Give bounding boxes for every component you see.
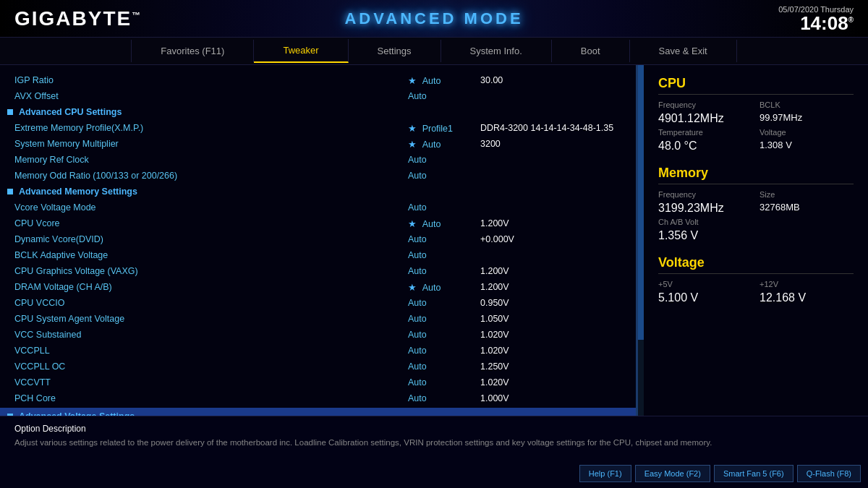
cpu-temp-label: Temperature [658,128,752,137]
table-row[interactable]: CPU Vcore★ Auto1.200V [0,215,636,231]
setting-value: Auto [408,266,480,276]
setting-value2: 1.200V [480,218,625,228]
table-row[interactable]: IGP Ratio★ Auto30.00 [0,72,636,88]
bottom-panel: Option Description Adjust various settin… [0,416,868,488]
table-row[interactable]: Dynamic Vcore(DVID)Auto+0.000V [0,231,636,247]
setting-value: Auto [408,298,480,308]
setting-label: CPU Vcore [14,218,408,228]
table-row[interactable]: Memory Odd Ratio (100/133 or 200/266)Aut… [0,168,636,184]
easy-mode-button[interactable]: Easy Mode (F2) [635,465,710,482]
tab-save-exit[interactable]: Save & Exit [630,40,737,62]
nav-tabs: Favorites (F11) Tweaker Settings System … [0,38,868,65]
table-row[interactable]: VCCPLLAuto1.020V [0,343,636,359]
v12-value: 12.168 V [760,291,854,304]
desc-text: Adjust various settings related to the p… [14,437,854,449]
smart-fan-button[interactable]: Smart Fan 5 (F6) [714,465,793,482]
tab-favorites[interactable]: Favorites (F11) [131,40,254,62]
voltage-info-section: Voltage +5V +12V 5.100 V 12.168 V [658,255,854,304]
scrollbar[interactable] [638,65,644,416]
setting-value: ★ Auto [408,139,480,150]
bottom-buttons: Help (F1) Easy Mode (F2) Smart Fan 5 (F6… [579,465,861,482]
scroll-thumb[interactable] [638,65,644,340]
right-panel: CPU Frequency BCLK 4901.12MHz 99.97MHz T… [644,65,868,416]
table-row[interactable]: System Memory Multiplier★ Auto3200 [0,136,636,152]
table-row[interactable]: Vcore Voltage ModeAuto [0,200,636,215]
setting-label: VCCPLL [14,346,408,356]
cpu-grid: Frequency BCLK 4901.12MHz 99.97MHz Tempe… [658,100,854,153]
setting-label: CPU Graphics Voltage (VAXG) [14,266,408,276]
setting-label: Memory Ref Clock [14,155,408,165]
setting-label: System Memory Multiplier [14,139,408,149]
time-display: 14:08® [778,14,854,33]
main-content: IGP Ratio★ Auto30.00AVX OffsetAutoAdvanc… [0,65,868,416]
cpu-volt-value: 1.308 V [760,140,854,153]
table-row[interactable]: DRAM Voltage (CH A/B)★ Auto1.200V [0,279,636,295]
star-icon: ★ [408,139,420,150]
tab-tweaker[interactable]: Tweaker [254,39,348,63]
qflash-button[interactable]: Q-Flash (F8) [797,465,861,482]
memory-info-section: Memory Frequency Size 3199.23MHz 32768MB… [658,166,854,242]
mem-size-label: Size [760,190,854,199]
star-icon: ★ [408,282,420,293]
table-row[interactable]: CPU Graphics Voltage (VAXG)Auto1.200V [0,263,636,279]
setting-value2: 1.050V [480,314,625,324]
table-row[interactable]: VCCVTTAuto1.020V [0,374,636,390]
setting-label: VCC Substained [14,330,408,340]
setting-value: Auto [408,393,480,403]
section-marker-icon [7,189,13,194]
voltage-grid: +5V +12V 5.100 V 12.168 V [658,280,854,304]
setting-label: CPU VCCIO [14,298,408,308]
table-row[interactable]: PCH CoreAuto1.000V [0,390,636,406]
mem-freq-label: Frequency [658,190,752,199]
setting-value: Auto [408,361,480,372]
table-row[interactable]: AVX OffsetAuto [0,88,636,104]
settings-panel: IGP Ratio★ Auto30.00AVX OffsetAutoAdvanc… [0,65,638,416]
setting-value: Auto [408,314,480,324]
mem-chvolt-label: Ch A/B Volt [658,218,752,226]
setting-value2: 1.020V [480,346,625,356]
section-advanced-cpu[interactable]: Advanced CPU Settings [0,104,636,120]
page-title: ADVANCED MODE [344,9,523,28]
section-label: Advanced Memory Settings [19,187,137,197]
table-row[interactable]: CPU System Agent VoltageAuto1.050V [0,311,636,327]
section-advanced-mem[interactable]: Advanced Memory Settings [0,184,636,200]
mem-size-value: 32768MB [760,202,854,215]
table-row[interactable]: VCCPLL OCAuto1.250V [0,359,636,374]
voltage-title: Voltage [658,255,854,274]
setting-value2: 1.020V [480,330,625,340]
setting-label: VCCVTT [14,377,408,388]
tab-boot[interactable]: Boot [552,40,630,62]
setting-value2: DDR4-3200 14-14-14-34-48-1.35 [480,123,625,133]
cpu-bclk-label: BCLK [760,100,854,109]
header: GIGABYTE™ ADVANCED MODE 05/07/2020 Thurs… [0,0,868,38]
table-row[interactable]: Extreme Memory Profile(X.M.P.)★ Profile1… [0,120,636,136]
setting-label: Dynamic Vcore(DVID) [14,234,408,244]
memory-grid: Frequency Size 3199.23MHz 32768MB Ch A/B… [658,190,854,242]
help-button[interactable]: Help (F1) [579,465,631,482]
cpu-info-section: CPU Frequency BCLK 4901.12MHz 99.97MHz T… [658,76,854,153]
setting-value2: 1.200V [480,266,625,276]
v5-value: 5.100 V [658,291,752,304]
setting-value: ★ Auto [408,75,480,86]
setting-label: VCCPLL OC [14,361,408,372]
setting-label: AVX Offset [14,91,408,101]
table-row[interactable]: VCC SubstainedAuto1.020V [0,327,636,343]
setting-value: Auto [408,234,480,244]
mem-chvolt-value: 1.356 V [658,229,752,242]
setting-value: Auto [408,155,480,165]
setting-value2: 1.020V [480,377,625,388]
cpu-freq-label: Frequency [658,100,752,109]
tab-settings[interactable]: Settings [349,40,441,62]
table-row[interactable]: Memory Ref ClockAuto [0,152,636,168]
cpu-bclk-value: 99.97MHz [760,112,854,125]
table-row[interactable]: CPU VCCIOAuto0.950V [0,295,636,311]
table-row[interactable]: BCLK Adaptive VoltageAuto [0,247,636,263]
setting-value2: 30.00 [480,75,625,85]
tab-sysinfo[interactable]: System Info. [441,40,552,62]
setting-label: PCH Core [14,393,408,403]
section-advanced-volt[interactable]: Advanced Voltage Settings [0,408,636,416]
desc-title: Option Description [14,424,854,434]
setting-value: ★ Profile1 [408,123,480,134]
setting-label: Extreme Memory Profile(X.M.P.) [14,123,408,133]
setting-value: ★ Auto [408,218,480,229]
